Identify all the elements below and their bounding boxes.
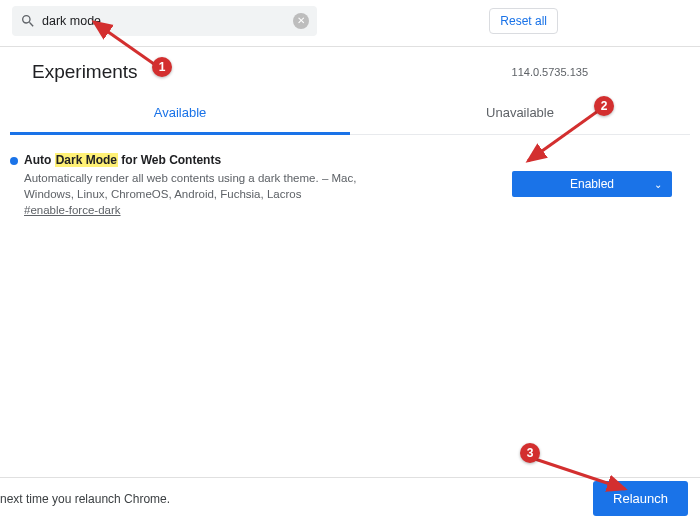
modified-indicator-icon [10,157,18,165]
flag-body: Auto Dark Mode for Web Contents Automati… [24,153,482,217]
tab-available[interactable]: Available [10,95,350,135]
footer-text: next time you relaunch Chrome. [0,492,170,506]
flag-row: Auto Dark Mode for Web Contents Automati… [0,135,700,217]
flag-description: Automatically render all web contents us… [24,170,384,202]
annotation-badge-2: 2 [594,96,614,116]
clear-search-icon[interactable]: ✕ [293,13,309,29]
annotation-badge-1: 1 [152,57,172,77]
flag-title: Auto Dark Mode for Web Contents [24,153,482,167]
chevron-down-icon: ⌄ [654,179,662,190]
tab-unavailable[interactable]: Unavailable [350,95,690,134]
flag-dropdown-value: Enabled [570,177,614,191]
flag-title-highlight: Dark Mode [55,153,118,167]
footer-bar: next time you relaunch Chrome. Relaunch [0,477,700,519]
annotation-badge-3: 3 [520,443,540,463]
tabs: Available Unavailable [10,95,690,135]
search-box[interactable]: ✕ [12,6,317,36]
search-bar-row: ✕ Reset all [0,0,700,47]
flag-state-dropdown[interactable]: Enabled ⌄ [512,171,672,197]
relaunch-button[interactable]: Relaunch [593,481,688,516]
flag-id-link[interactable]: #enable-force-dark [24,204,121,216]
page-title: Experiments [32,61,138,83]
flag-title-before: Auto [24,153,55,167]
flag-dropdown-wrap: Enabled ⌄ [512,171,672,197]
search-icon [20,13,36,29]
version-text: 114.0.5735.135 [512,66,588,78]
search-input[interactable] [42,14,293,28]
header-row: Experiments 114.0.5735.135 [0,47,700,91]
reset-all-button[interactable]: Reset all [489,8,558,34]
flag-title-after: for Web Contents [118,153,221,167]
